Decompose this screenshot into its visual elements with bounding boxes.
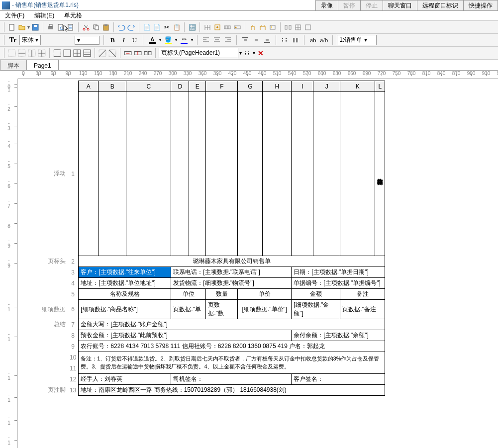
balance-cell[interactable]: 余付余额：[主项数据."余额"]	[292, 330, 385, 341]
align-right-icon[interactable]	[223, 36, 232, 45]
insert-icon[interactable]: 📄	[142, 23, 151, 32]
col-D[interactable]: D	[171, 81, 189, 92]
italic-button[interactable]: I	[119, 36, 128, 45]
line-color-button[interactable]: ✏	[179, 36, 189, 45]
close-icon[interactable]: ✕	[256, 49, 265, 58]
design-sheet[interactable]: A B C D E F G H I J K L 浮动 1 存根白客户红收款黄 页…	[23, 81, 385, 396]
valign-mid-icon[interactable]	[252, 36, 261, 45]
tool2-icon[interactable]	[213, 23, 222, 32]
tool9-icon[interactable]	[294, 23, 302, 32]
col-L[interactable]: L	[375, 81, 385, 92]
tab-script[interactable]: 脚本	[0, 60, 27, 70]
format1-icon[interactable]: ⫶⫶	[280, 36, 289, 45]
tool6-icon[interactable]	[258, 23, 267, 32]
col-A[interactable]: A	[79, 81, 99, 92]
bg-color-button[interactable]: 🪣	[163, 36, 173, 45]
font-color-button[interactable]: A	[147, 36, 157, 45]
copy-icon[interactable]	[92, 23, 100, 32]
col-G[interactable]: G	[238, 81, 263, 92]
tool7-icon[interactable]	[268, 23, 277, 32]
menu-edit[interactable]: 编辑(E)	[31, 10, 57, 21]
open-icon[interactable]	[17, 23, 26, 32]
indent-icon[interactable]: ab	[308, 36, 317, 45]
merge3-icon[interactable]	[143, 49, 152, 58]
date-cell[interactable]: 日期：[主项数据."单据日期"]	[292, 267, 385, 278]
remarks-cell[interactable]: 备注：1、订货后不得退款退货。2、到取货日期后七天内不取货者，厂方有权每天从订金…	[79, 352, 385, 374]
col-E[interactable]: E	[189, 81, 206, 92]
border1-icon[interactable]	[53, 49, 62, 58]
hdr-amount[interactable]: 金额	[292, 289, 340, 300]
record-button[interactable]: 录像	[315, 0, 338, 11]
phone-cell[interactable]: 联系电话：[主项数据."联系电话"]	[171, 267, 292, 278]
detail-qty[interactable]: 页数据."数	[206, 300, 238, 319]
section-select[interactable]: 页标头(PageHeader1)	[159, 48, 238, 58]
detail-remark[interactable]: 页数据."备注	[340, 300, 385, 319]
amount-words[interactable]: 金额大写：[主项数据."账户金额"]	[79, 319, 385, 330]
size-select[interactable]: ▾	[75, 36, 100, 45]
merge2-icon[interactable]	[133, 49, 142, 58]
customer-sign-cell[interactable]: 客户签名：	[292, 374, 385, 385]
print-icon[interactable]	[46, 23, 55, 32]
col-I[interactable]: I	[292, 81, 313, 92]
align-left-icon[interactable]	[201, 36, 210, 45]
customer-cell[interactable]: 客户：[主项数据."往来单位"]	[79, 267, 171, 278]
stub-vertical-text[interactable]: 存根白客户红收款黄	[375, 92, 385, 256]
delete-icon[interactable]: 📄	[152, 23, 161, 32]
border4-icon[interactable]	[83, 49, 92, 58]
hdr-qty[interactable]: 数量	[206, 289, 238, 300]
insert2-icon[interactable]: ✂	[162, 23, 171, 32]
align-center-icon[interactable]	[212, 36, 221, 45]
remote-button[interactable]: 远程窗口标识	[417, 0, 464, 11]
diag2-icon[interactable]	[108, 49, 117, 58]
section-opt-icon[interactable]: ⫶⫶	[243, 49, 252, 58]
merge1-icon[interactable]	[123, 49, 132, 58]
grid4-icon[interactable]	[37, 49, 46, 58]
underline-button[interactable]: U	[130, 36, 139, 45]
save-icon[interactable]	[31, 23, 40, 32]
valign-top-icon[interactable]	[241, 36, 250, 45]
col-B[interactable]: B	[99, 81, 126, 92]
hdr-remark[interactable]: 备注	[340, 289, 385, 300]
redo-icon[interactable]	[127, 23, 136, 32]
tool1-icon[interactable]	[203, 23, 212, 32]
outdent-icon[interactable]: a/b	[319, 36, 328, 45]
page-select[interactable]: 1:销售单 ▾	[337, 35, 377, 45]
canvas[interactable]: A B C D E F G H I J K L 浮动 1 存根白客户红收款黄 页…	[18, 79, 498, 448]
logistics-cell[interactable]: 发货物流：[细项数据."物流号"]	[171, 278, 292, 289]
address-cell[interactable]: 地址：[主项数据."单位地址"]	[79, 278, 171, 289]
font-select[interactable]: 宋体 ▾	[19, 35, 41, 45]
tool10-icon[interactable]	[303, 23, 312, 32]
bold-button[interactable]: B	[108, 36, 117, 45]
paste-icon[interactable]	[101, 23, 110, 32]
footer-cell[interactable]: 地址：南康区龙岭西区一路 商务热线：15070198289（郭） 1816608…	[79, 385, 385, 396]
col-C[interactable]: C	[126, 81, 171, 92]
detail-name[interactable]: [细项数据."商品名称"]	[79, 300, 171, 319]
copy2-icon[interactable]: 📋	[172, 23, 181, 32]
detail-amount[interactable]: [细项数据."金额"]	[292, 300, 340, 319]
border2-icon[interactable]	[63, 49, 72, 58]
hdr-price[interactable]: 单价	[238, 289, 292, 300]
exit-icon[interactable]: 🔚	[188, 23, 197, 32]
grid1-icon[interactable]	[7, 49, 16, 58]
tool3-icon[interactable]	[223, 23, 232, 32]
driver-sign-cell[interactable]: 司机签名：	[171, 374, 292, 385]
col-H[interactable]: H	[263, 81, 292, 92]
valign-bot-icon[interactable]	[263, 36, 272, 45]
new-icon[interactable]	[7, 23, 16, 32]
tool5-icon[interactable]	[248, 23, 257, 32]
preview-icon[interactable]	[56, 23, 65, 32]
quick-button[interactable]: 快捷操作	[464, 0, 498, 11]
grid3-icon[interactable]	[27, 49, 36, 58]
cut-icon[interactable]	[82, 23, 91, 32]
tool8-icon[interactable]	[284, 23, 293, 32]
format2-icon[interactable]: ⫴⫴	[291, 36, 300, 45]
page-setup-icon[interactable]	[66, 23, 75, 32]
col-F[interactable]: F	[206, 81, 238, 92]
menu-cell[interactable]: 单元格	[61, 10, 85, 21]
report-title[interactable]: 璐琳藤木家具有限公司销售单	[79, 256, 385, 267]
diag1-icon[interactable]	[98, 49, 107, 58]
bank-cell[interactable]: 农行账号：6228 4134 7013 5798 111 信用社账号：6226 …	[79, 341, 385, 352]
detail-unit[interactable]: 页数据."单	[171, 300, 206, 319]
prepay-cell[interactable]: 预收金额：[主项数据."此前预收"]	[79, 330, 292, 341]
bill-no-cell[interactable]: 单据编号：[主项数据."单据编号"]	[292, 278, 385, 289]
